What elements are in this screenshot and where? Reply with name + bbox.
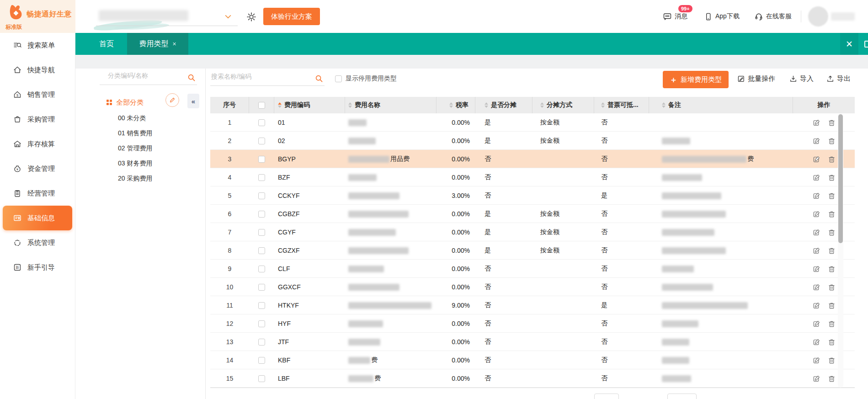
- sidebar-item-basic-info[interactable]: 基础信息: [3, 206, 72, 230]
- table-row[interactable]: 10GGXCF0.00%否否: [210, 278, 855, 296]
- edit-icon[interactable]: [813, 283, 820, 291]
- delete-icon[interactable]: [828, 119, 836, 127]
- edit-icon[interactable]: [813, 155, 820, 163]
- edit-icon[interactable]: [813, 192, 820, 200]
- avatar[interactable]: [808, 6, 828, 27]
- row-checkbox[interactable]: [258, 211, 265, 218]
- table-row[interactable]: 14KBF费0.00%否否: [210, 351, 855, 369]
- sidebar-item-operations[interactable]: 经营管理: [0, 181, 75, 206]
- edit-icon[interactable]: [813, 247, 820, 255]
- all-categories[interactable]: 全部分类: [107, 95, 144, 110]
- row-checkbox[interactable]: [258, 174, 265, 181]
- delete-icon[interactable]: [828, 229, 836, 236]
- table-row[interactable]: 3BGYP用品费0.00%否否费: [210, 150, 855, 168]
- delete-icon[interactable]: [828, 338, 836, 346]
- column-header[interactable]: 是否分摊: [475, 97, 533, 113]
- delete-icon[interactable]: [828, 210, 836, 218]
- select-all-cell[interactable]: [249, 97, 274, 113]
- column-header[interactable]: 费用名称: [345, 97, 437, 113]
- delete-icon[interactable]: [828, 192, 836, 200]
- table-row[interactable]: 9CLF0.00%否否: [210, 260, 855, 278]
- tab-close-icon[interactable]: ×: [172, 40, 176, 48]
- org-selector-dropdown[interactable]: [96, 7, 238, 27]
- delete-icon[interactable]: [828, 283, 836, 291]
- table-row[interactable]: 12HYF0.00%否否: [210, 314, 855, 333]
- pagination-control[interactable]: [667, 394, 697, 399]
- batch-actions-button[interactable]: 批量操作: [737, 74, 775, 83]
- column-header[interactable]: 分摊方式: [533, 97, 594, 113]
- tab-expense-type[interactable]: 费用类型 ×: [127, 33, 188, 55]
- column-header[interactable]: 税率: [437, 97, 475, 113]
- edit-categories-icon[interactable]: [165, 93, 179, 107]
- show-disabled-checkbox[interactable]: [335, 75, 342, 82]
- sort-icon[interactable]: [449, 102, 453, 108]
- edit-icon[interactable]: [813, 338, 820, 346]
- category-item[interactable]: 03 财务费用: [118, 156, 152, 171]
- edit-icon[interactable]: [813, 210, 820, 218]
- row-checkbox[interactable]: [258, 357, 265, 364]
- category-item[interactable]: 20 采购费用: [118, 171, 152, 186]
- table-row[interactable]: 1010.00%是按金额否: [210, 113, 855, 132]
- table-row[interactable]: 8CGZXF0.00%是按金额否: [210, 241, 855, 260]
- close-tabs-icon[interactable]: ✕: [840, 33, 858, 55]
- sidebar-item-guide[interactable]: 新新手引导: [0, 255, 75, 280]
- delete-icon[interactable]: [828, 137, 836, 145]
- sidebar-item-system[interactable]: 系统管理: [0, 230, 75, 255]
- export-button[interactable]: 导出: [826, 74, 851, 83]
- pagination-control[interactable]: [594, 394, 619, 399]
- table-row[interactable]: 11HTKYF9.00%否是: [210, 296, 855, 314]
- row-checkbox[interactable]: [258, 284, 265, 291]
- add-expense-type-button[interactable]: ＋ 新增费用类型: [663, 71, 729, 88]
- row-checkbox[interactable]: [258, 375, 265, 382]
- row-checkbox[interactable]: [258, 247, 265, 254]
- import-button[interactable]: 导入: [789, 74, 814, 83]
- delete-icon[interactable]: [828, 265, 836, 273]
- sidebar-item-funds[interactable]: ¥资金管理: [0, 156, 75, 181]
- row-checkbox[interactable]: [258, 266, 265, 272]
- column-header[interactable]: 备注: [649, 97, 793, 113]
- delete-icon[interactable]: [828, 375, 836, 383]
- search-icon[interactable]: [187, 73, 196, 82]
- scrollbar-thumb[interactable]: [838, 114, 843, 243]
- row-checkbox[interactable]: [258, 320, 265, 327]
- edit-icon[interactable]: [813, 375, 820, 383]
- delete-icon[interactable]: [828, 356, 836, 364]
- row-checkbox[interactable]: [258, 302, 265, 309]
- edit-icon[interactable]: [813, 119, 820, 127]
- column-header[interactable]: 费用编码: [274, 97, 345, 113]
- table-row[interactable]: 15LBF费0.00%否否: [210, 369, 855, 388]
- sidebar-item-inventory[interactable]: 库存核算: [0, 132, 75, 156]
- sort-icon[interactable]: [278, 102, 282, 108]
- delete-icon[interactable]: [828, 302, 836, 309]
- category-item[interactable]: 02 管理费用: [118, 141, 152, 156]
- table-row[interactable]: 2020.00%是按金额否: [210, 132, 855, 150]
- row-checkbox[interactable]: [258, 339, 265, 346]
- sidebar-item-purchase[interactable]: 采购管理: [0, 107, 75, 132]
- edit-icon[interactable]: [813, 229, 820, 236]
- tab-home[interactable]: 首页: [86, 33, 127, 55]
- online-support-button[interactable]: 在线客服: [754, 11, 792, 22]
- row-checkbox[interactable]: [258, 192, 265, 199]
- select-all-checkbox[interactable]: [258, 102, 265, 109]
- sidebar-item-sales[interactable]: $销售管理: [0, 82, 75, 107]
- settings-gear-icon[interactable]: [246, 11, 257, 22]
- show-disabled-toggle[interactable]: 显示停用费用类型: [335, 74, 397, 83]
- edit-icon[interactable]: [813, 302, 820, 309]
- delete-icon[interactable]: [828, 247, 836, 255]
- sort-icon[interactable]: [662, 102, 666, 108]
- sort-icon[interactable]: [485, 102, 488, 108]
- category-search-input[interactable]: [100, 72, 182, 79]
- row-checkbox[interactable]: [258, 138, 265, 144]
- category-item[interactable]: 01 销售费用: [118, 126, 152, 141]
- row-checkbox[interactable]: [258, 119, 265, 126]
- edit-icon[interactable]: [813, 320, 820, 328]
- table-search-input[interactable]: [210, 73, 309, 80]
- row-checkbox[interactable]: [258, 156, 265, 163]
- table-row[interactable]: 6CGBZF0.00%是按金额否: [210, 205, 855, 223]
- edit-icon[interactable]: [813, 356, 820, 364]
- messages-button[interactable]: 消息: [663, 11, 687, 22]
- table-row[interactable]: 4BZF0.00%否否: [210, 168, 855, 186]
- collapse-panel-button[interactable]: «: [187, 94, 199, 108]
- table-row[interactable]: 5CCKYF3.00%否是: [210, 186, 855, 205]
- try-industry-solution-button[interactable]: 体验行业方案: [263, 8, 320, 25]
